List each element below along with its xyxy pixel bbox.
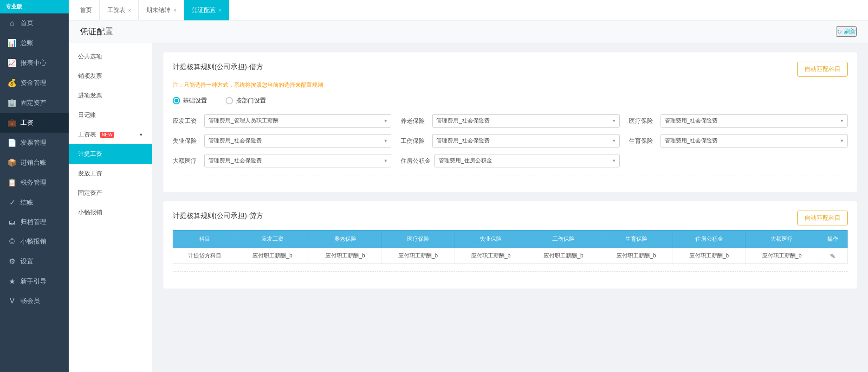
col-yiliao: 医疗保险 [382, 231, 454, 248]
radio-department[interactable]: 按部门设置 [226, 96, 266, 105]
chevron-down-icon: ▾ [384, 118, 387, 124]
archive-icon: 🗂 [7, 218, 17, 226]
select-daeliao[interactable]: 管理费用_社会保险费 ▾ [204, 154, 391, 167]
main-panel: 计提核算规则(公司承担)-借方 自动匹配科目 注：只能选择一种方式，系统将按照您… [152, 43, 868, 372]
chevron-down-icon: ▾ [613, 118, 615, 124]
purchase-icon: 📦 [7, 158, 17, 167]
left-nav-payroll-disbursement[interactable]: 发放工资 [69, 164, 152, 183]
credit-section: 计提核算规则(公司承担)-贷方 自动匹配科目 科目 应发工资 养老保险 医疗保险… [163, 201, 857, 289]
page-header: 凭证配置 ↻ 刷新 [69, 20, 868, 43]
select-zhufang[interactable]: 管理费用_住房公积金 ▾ [434, 154, 619, 167]
sidebar-item-guide[interactable]: ★ 新手引导 [0, 271, 69, 291]
sidebar-item-purchase-sales[interactable]: 📦 进销台账 [0, 153, 69, 173]
sidebar-item-report-center[interactable]: 📈 报表中心 [0, 53, 69, 73]
cell-shiye: 应付职工薪酬_b [454, 248, 527, 264]
chevron-down-icon: ▾ [841, 138, 843, 144]
radio-department-circle [226, 97, 233, 104]
sidebar-item-settings[interactable]: ⚙ 设置 [0, 251, 69, 271]
chevron-down-icon: ▾ [841, 118, 843, 124]
tab-period-end[interactable]: 期末结转 × [139, 0, 184, 20]
debit-form-grid: 应发工资 管理费用_管理人员职工薪酬 ▾ 养老保险 管理费用_社会保险费 ▾ [173, 114, 848, 167]
select-shengyu[interactable]: 管理费用_社会保险费 ▾ [661, 134, 848, 148]
close-period-tab-icon[interactable]: × [173, 7, 176, 13]
debit-section: 计提核算规则(公司承担)-借方 自动匹配科目 注：只能选择一种方式，系统将按照您… [163, 52, 857, 192]
credit-auto-match-button[interactable]: 自动匹配科目 [797, 211, 848, 225]
credit-section-header: 计提核算规则(公司承担)-贷方 自动匹配科目 [173, 211, 848, 225]
col-daeliao: 大额医疗 [745, 231, 818, 248]
col-yanglao: 养老保险 [309, 231, 382, 248]
left-nav-accrual-payroll[interactable]: 计提工资 [69, 144, 152, 164]
form-row-daeliao: 大额医疗 管理费用_社会保险费 ▾ [173, 154, 391, 167]
select-shiye[interactable]: 管理费用_社会保险费 ▾ [204, 134, 391, 148]
left-nav-small-expense[interactable]: 小畅报销 [69, 203, 152, 222]
sidebar-item-settlement[interactable]: ✓ 结账 [0, 192, 69, 212]
radio-basic[interactable]: 基础设置 [173, 96, 207, 105]
sidebar-item-home[interactable]: ⌂ 首页 [0, 13, 69, 33]
sidebar-item-archive[interactable]: 🗂 归档管理 [0, 212, 69, 232]
label-shengyu: 生育保险 [629, 137, 657, 145]
assets-icon: 🏢 [7, 98, 17, 107]
refresh-button[interactable]: ↻ 刷新 [836, 26, 857, 37]
home-icon: ⌂ [7, 19, 17, 27]
col-action: 操作 [818, 231, 848, 248]
cell-daeliao: 应付职工薪酬_b [745, 248, 818, 264]
chevron-down-icon: ▾ [613, 158, 615, 164]
form-row-zhufang: 住房公积金 管理费用_住房公积金 ▾ [401, 154, 619, 167]
sidebar-item-vip[interactable]: V 畅会员 [0, 291, 69, 311]
sidebar-item-fund[interactable]: 💰 资金管理 [0, 73, 69, 93]
tab-payroll-table[interactable]: 工资表 × [100, 0, 139, 20]
form-row-yingfa: 应发工资 管理费用_管理人员职工薪酬 ▾ [173, 114, 391, 128]
left-nav-journal[interactable]: 日记账 [69, 105, 152, 125]
cell-yingfa: 应付职工薪酬_b [236, 248, 309, 264]
form-row-shiye: 失业保险 管理费用_社会保险费 ▾ [173, 134, 391, 148]
sidebar-item-fixed-assets[interactable]: 🏢 固定资产 [0, 93, 69, 113]
select-yanglao[interactable]: 管理费用_社会保险费 ▾ [432, 114, 619, 128]
select-yiliao[interactable]: 管理费用_社会保险费 ▾ [661, 114, 848, 128]
cell-yanglao: 应付职工薪酬_b [309, 248, 382, 264]
sidebar-item-general-ledger[interactable]: 📊 总账 [0, 33, 69, 53]
label-yiliao: 医疗保险 [629, 117, 657, 125]
chevron-down-icon: ▾ [613, 138, 615, 144]
cell-zhufang: 应付职工薪酬_b [673, 248, 745, 264]
edit-icon[interactable]: ✎ [830, 252, 836, 260]
col-zhufang: 住房公积金 [673, 231, 745, 248]
col-shengyu: 生育保险 [600, 231, 673, 248]
app-edition: 专业版 [0, 0, 69, 13]
left-nav-fixed-assets[interactable]: 固定资产 [69, 183, 152, 203]
close-voucher-tab-icon[interactable]: × [219, 7, 221, 13]
left-nav: 公共选项 销项发票 进项发票 日记账 工资表 NEW ▾ 计提工资 [69, 43, 152, 372]
refresh-icon: ↻ [837, 28, 842, 35]
invoice-icon: 📄 [7, 138, 17, 147]
new-badge: NEW [100, 132, 114, 138]
fund-icon: 💰 [7, 78, 17, 87]
table-row: 计提贷方科目 应付职工薪酬_b 应付职工薪酬_b 应付职工薪酬_b 应付职工薪酬… [173, 248, 848, 264]
label-yingfa: 应发工资 [173, 117, 201, 125]
sidebar-item-mini-expense[interactable]: © 小畅报销 [0, 232, 69, 251]
credit-section-title: 计提核算规则(公司承担)-贷方 [173, 212, 263, 220]
cell-subject: 计提贷方科目 [173, 248, 236, 264]
cell-yiliao: 应付职工薪酬_b [382, 248, 454, 264]
tab-home[interactable]: 首页 [72, 0, 100, 20]
tab-voucher-config[interactable]: 凭证配置 × [184, 0, 229, 20]
left-nav-purchase-invoice[interactable]: 进项发票 [69, 86, 152, 105]
close-payroll-tab-icon[interactable]: × [128, 7, 131, 13]
label-daeliao: 大额医疗 [173, 157, 201, 165]
select-yingfa[interactable]: 管理费用_管理人员职工薪酬 ▾ [204, 114, 391, 128]
sidebar-item-payroll[interactable]: 💼 工资 [0, 113, 69, 133]
left-nav-public-options[interactable]: 公共选项 [69, 47, 152, 66]
col-yingfa: 应发工资 [236, 231, 309, 248]
tax-icon: 📋 [7, 178, 17, 187]
select-gongshang[interactable]: 管理费用_社会保险费 ▾ [432, 134, 619, 148]
cell-gongshang: 应付职工薪酬_b [527, 248, 600, 264]
sidebar-item-invoice[interactable]: 📄 发票管理 [0, 133, 69, 153]
main-area: 首页 工资表 × 期末结转 × 凭证配置 × 凭证配置 ↻ 刷新 公共选项 [69, 0, 868, 372]
cell-action[interactable]: ✎ [818, 248, 848, 264]
left-nav-payroll-table[interactable]: 工资表 NEW ▾ [69, 125, 152, 144]
chevron-down-icon: ▾ [384, 138, 387, 144]
form-row-yanglao: 养老保险 管理费用_社会保险费 ▾ [401, 114, 619, 128]
left-nav-sales-invoice[interactable]: 销项发票 [69, 66, 152, 86]
sidebar-item-tax[interactable]: 📋 税务管理 [0, 173, 69, 192]
settlement-icon: ✓ [7, 198, 17, 207]
radio-basic-circle [173, 97, 180, 104]
debit-auto-match-button[interactable]: 自动匹配科目 [797, 62, 848, 77]
